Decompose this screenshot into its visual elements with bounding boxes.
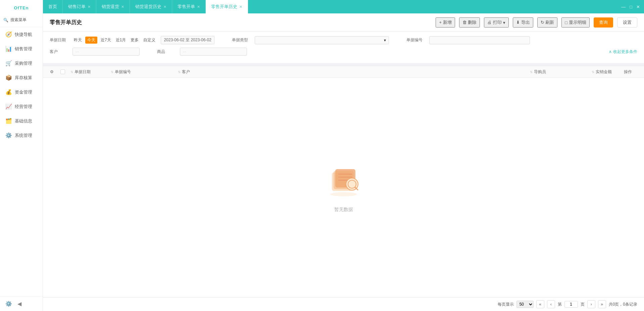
- sidebar-item-label: 资金管理: [15, 89, 32, 95]
- export-button[interactable]: ⬇ 导出: [513, 17, 533, 28]
- sort-icon: ⇅: [530, 70, 533, 74]
- date-options: 昨天 今天 近7天 近1月 更多 自定义: [72, 37, 157, 44]
- tab-close-icon[interactable]: ✕: [197, 5, 200, 9]
- sidebar-item-base-info[interactable]: 🗂️ 基础信息: [0, 114, 43, 128]
- date-1month[interactable]: 近1月: [114, 37, 128, 44]
- tab-close-icon[interactable]: ✕: [239, 5, 242, 9]
- tabbar-right: — □ ✕: [621, 4, 644, 9]
- date-7days[interactable]: 近7天: [99, 37, 112, 44]
- sidebar-nav: 🧭 快捷导航 📊 销售管理 🛒 采购管理 📦 库存核算 💰 资金管理 📈 经营管…: [0, 27, 43, 296]
- doc-type-dropdown-icon: ▾: [384, 38, 386, 43]
- sort-icon: ⇅: [592, 70, 594, 74]
- sidebar-bottom: ⚙️ ◀: [0, 296, 43, 311]
- refresh-button[interactable]: ↻ 刷新: [537, 17, 558, 28]
- base-info-icon: 🗂️: [5, 118, 12, 124]
- refresh-label: ↻ 刷新: [541, 19, 554, 25]
- filter-row-2: 客户 ··· 商品 ··· ∧ 收起更多条件: [50, 48, 637, 56]
- tab-retail-history[interactable]: 零售开单历史 ✕: [206, 0, 248, 13]
- print-button[interactable]: 🖨 打印 ▾: [484, 17, 509, 28]
- date-custom[interactable]: 自定义: [142, 37, 157, 44]
- doc-no-label: 单据编号: [406, 37, 425, 43]
- export-label: ⬇ 导出: [516, 19, 530, 25]
- tab-sales-return[interactable]: 销货退货 ✕: [96, 0, 130, 13]
- th-date[interactable]: ⇅ 单据日期: [68, 69, 108, 75]
- sys-mgmt-icon: ⚙️: [5, 132, 12, 139]
- sidebar-item-quick-nav[interactable]: 🧭 快捷导航: [0, 27, 43, 42]
- doc-type-select[interactable]: ▾: [255, 36, 389, 44]
- display-detail-button[interactable]: □ 显示明细: [561, 17, 590, 28]
- sidebar-item-purchase-mgmt[interactable]: 🛒 采购管理: [0, 56, 43, 70]
- tab-sales-return-history[interactable]: 销货退货历史 ✕: [130, 0, 172, 13]
- tab-close-icon[interactable]: ✕: [121, 5, 124, 9]
- window-minimize-icon[interactable]: —: [621, 4, 626, 9]
- tab-close-icon[interactable]: ✕: [163, 5, 166, 9]
- goods-label: 商品: [157, 49, 176, 55]
- sidebar-item-sales-mgmt[interactable]: 📊 销售管理: [0, 42, 43, 56]
- tab-retail-open[interactable]: 零售开单 ✕: [172, 0, 206, 13]
- sidebar: OfTEn 🔍 搜索菜单 🧭 快捷导航 📊 销售管理 🛒 采购管理 📦 库存核算…: [0, 0, 43, 311]
- per-page-select[interactable]: 50 10 20 100: [516, 301, 534, 308]
- tab-close-icon[interactable]: ✕: [88, 5, 91, 9]
- main-area: 首页 销售订单 ✕ 销货退货 ✕ 销货退货历史 ✕ 零售开单 ✕ 零售开单历史 …: [43, 0, 644, 311]
- page-label: 第: [558, 302, 562, 307]
- delete-button[interactable]: 🗑 删除: [459, 17, 480, 28]
- collapse-button[interactable]: ∧ 收起更多条件: [609, 49, 637, 55]
- date-label: 单据日期: [50, 37, 68, 43]
- settings-button[interactable]: 设置: [617, 17, 637, 28]
- date-today[interactable]: 今天: [85, 37, 97, 44]
- prev-page-button[interactable]: ‹: [547, 300, 555, 308]
- th-customer-label: 客户: [182, 69, 190, 75]
- last-page-button[interactable]: »: [598, 300, 606, 308]
- quick-nav-icon: 🧭: [5, 31, 12, 38]
- sidebar-item-finance[interactable]: 💰 资金管理: [0, 85, 43, 99]
- logo-text: OfTEn: [14, 5, 29, 10]
- svg-point-0: [330, 192, 357, 196]
- th-docno[interactable]: ⇅ 单据编号: [108, 69, 175, 75]
- th-settings[interactable]: ⚙: [46, 69, 58, 74]
- sidebar-search[interactable]: 🔍 搜索菜单: [0, 13, 43, 27]
- sidebar-item-sys-mgmt[interactable]: ⚙️ 系统管理: [0, 128, 43, 143]
- tab-label: 销售订单: [68, 4, 86, 10]
- chevron-up-icon: ∧: [609, 49, 612, 54]
- sidebar-item-label: 快捷导航: [15, 32, 32, 38]
- th-customer[interactable]: ⇅ 客户: [175, 69, 527, 75]
- total-info: 共0页，0条记录: [609, 302, 637, 307]
- content-area: 零售开单历史 + 新增 🗑 删除 🖨 打印 ▾ ⬇ 导出 ↻ 刷新: [43, 13, 644, 311]
- collapse-icon[interactable]: ◀: [17, 301, 21, 307]
- window-maximize-icon[interactable]: □: [630, 4, 632, 9]
- th-date-label: 单据日期: [75, 69, 91, 75]
- window-close-icon[interactable]: ✕: [636, 4, 640, 9]
- next-page-button[interactable]: ›: [587, 300, 595, 308]
- doc-type-label: 单据类型: [232, 37, 251, 43]
- sidebar-item-inventory[interactable]: 📦 库存核算: [0, 70, 43, 85]
- date-more[interactable]: 更多: [129, 37, 140, 44]
- customer-input[interactable]: ···: [72, 48, 140, 56]
- add-button[interactable]: + 新增: [436, 17, 455, 28]
- goods-input[interactable]: ···: [180, 48, 247, 56]
- first-page-button[interactable]: «: [536, 300, 544, 308]
- th-amount[interactable]: ⇅ 实销金额: [567, 69, 614, 75]
- sidebar-item-label: 基础信息: [15, 118, 32, 124]
- finance-icon: 💰: [5, 89, 12, 95]
- query-button[interactable]: 查询: [594, 17, 613, 28]
- settings-icon[interactable]: ⚙️: [5, 301, 12, 307]
- toolbar: + 新增 🗑 删除 🖨 打印 ▾ ⬇ 导出 ↻ 刷新 □ 显示明细: [436, 17, 637, 32]
- th-check[interactable]: [58, 69, 68, 74]
- doc-no-input[interactable]: [429, 36, 530, 44]
- th-docno-label: 单据编号: [115, 69, 131, 75]
- search-icon: 🔍: [3, 18, 8, 22]
- date-yesterday[interactable]: 昨天: [72, 37, 83, 44]
- th-guide-label: 导购员: [534, 69, 546, 75]
- page-number-input[interactable]: [564, 301, 578, 308]
- select-all-checkbox[interactable]: [60, 69, 65, 74]
- sidebar-item-operations[interactable]: 📈 经营管理: [0, 99, 43, 114]
- th-guide[interactable]: ⇅ 导购员: [527, 69, 567, 75]
- tab-home[interactable]: 首页: [43, 0, 63, 13]
- table-body: 暂无数据: [43, 78, 644, 297]
- th-ops: 操作: [614, 69, 641, 75]
- date-range-input[interactable]: 2023-06-02 至 2023-06-02: [161, 36, 214, 44]
- purchase-icon: 🛒: [5, 60, 12, 66]
- logo: OfTEn: [0, 0, 43, 13]
- tab-sales-order[interactable]: 销售订单 ✕: [63, 0, 96, 13]
- column-settings-icon[interactable]: ⚙: [50, 69, 54, 74]
